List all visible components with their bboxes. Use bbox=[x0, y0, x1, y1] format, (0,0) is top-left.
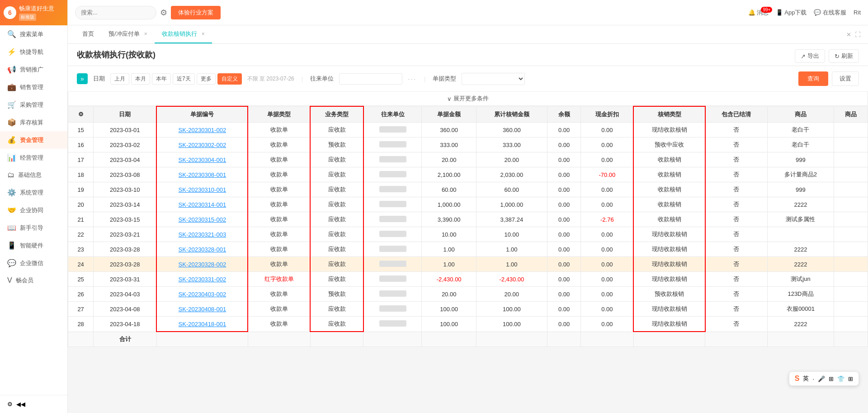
cell-voucher[interactable]: SK-20230304-001 bbox=[156, 152, 248, 167]
sidebar-item-畅会员[interactable]: V畅会员 bbox=[0, 272, 67, 289]
sidebar-item-快捷导航[interactable]: ⚡快捷导航 bbox=[0, 43, 67, 61]
cell-voucher-link[interactable]: SK-20230314-001 bbox=[179, 201, 226, 208]
sidebar-item-采购管理[interactable]: 🛒采购管理 bbox=[0, 96, 67, 114]
sidebar-item-新手引导[interactable]: 📖新手引导 bbox=[0, 219, 67, 237]
cell-voucher-link[interactable]: SK-20230315-002 bbox=[179, 216, 226, 223]
custom-date-button[interactable]: 自定义 bbox=[217, 73, 242, 85]
total-cell-3 bbox=[248, 332, 310, 347]
data-table: ⚙ 日期 单据编号 单据类型 业务类型 往来单位 单据金额 累计核销金额 余额 … bbox=[68, 106, 868, 347]
cell-voucher[interactable]: SK-20230310-001 bbox=[156, 182, 248, 197]
cell-voucher[interactable]: SK-20230302-002 bbox=[156, 138, 248, 152]
search-input[interactable] bbox=[75, 6, 156, 19]
sidebar-item-库存核算[interactable]: 📦库存核算 bbox=[0, 114, 67, 131]
more-dates-button[interactable]: 更多 bbox=[197, 73, 216, 85]
float-icon-1[interactable]: 英 bbox=[803, 375, 809, 383]
this-month-button[interactable]: 本月 bbox=[131, 73, 150, 85]
sidebar-label-0: 搜索菜单 bbox=[20, 30, 43, 38]
cell-voucher-link[interactable]: SK-20230308-001 bbox=[179, 171, 226, 178]
sidebar-item-搜索菜单[interactable]: 🔍搜索菜单 bbox=[0, 25, 67, 43]
cell-settle-type: 收款核销 bbox=[633, 167, 705, 182]
tab-1[interactable]: 预/冲应付单× bbox=[101, 25, 155, 43]
float-grid-icon[interactable]: ⊞ bbox=[829, 375, 834, 382]
voucher-type-select[interactable] bbox=[462, 73, 525, 85]
cell-voucher[interactable]: SK-20230314-001 bbox=[156, 197, 248, 212]
partner-input[interactable] bbox=[339, 73, 402, 85]
query-button[interactable]: 查询 bbox=[798, 71, 828, 86]
cell-included: 否 bbox=[705, 257, 767, 272]
cell-goods2 bbox=[834, 138, 868, 152]
float-mic-icon[interactable]: 🎤 bbox=[818, 375, 825, 382]
cell-settle-type: 收款核销 bbox=[633, 182, 705, 197]
sidebar-item-企业协同[interactable]: 🤝企业协同 bbox=[0, 201, 67, 219]
float-icon-2[interactable]: · bbox=[812, 375, 814, 382]
cell-partner bbox=[363, 302, 422, 317]
sidebar-item-销售管理[interactable]: 💼销售管理 bbox=[0, 78, 67, 96]
float-shirt-icon[interactable]: 👕 bbox=[837, 375, 844, 382]
table-row: 232023-03-28SK-20230328-001收款单应收款1.001.0… bbox=[68, 242, 868, 257]
cell-voucher[interactable]: SK-20230331-002 bbox=[156, 272, 248, 287]
industry-solution-button[interactable]: 体验行业方案 bbox=[171, 6, 221, 19]
cell-voucher-link[interactable]: SK-20230418-001 bbox=[179, 321, 226, 328]
cell-goods2 bbox=[834, 302, 868, 317]
export-button[interactable]: ↗ 导出 bbox=[795, 49, 825, 63]
online-service-button[interactable]: 💬 在线客服 bbox=[814, 9, 846, 17]
close-tab-1[interactable]: × bbox=[144, 31, 147, 37]
close-tab-2[interactable]: × bbox=[202, 31, 205, 37]
cell-voucher[interactable]: SK-20230308-001 bbox=[156, 167, 248, 182]
cell-voucher[interactable]: SK-20230315-002 bbox=[156, 212, 248, 227]
cell-voucher[interactable]: SK-20230408-001 bbox=[156, 302, 248, 317]
cell-voucher[interactable]: SK-20230328-002 bbox=[156, 257, 248, 272]
cell-voucher[interactable]: SK-20230418-001 bbox=[156, 317, 248, 332]
more-options-dots[interactable]: ··· bbox=[408, 76, 417, 82]
cell-voucher[interactable]: SK-20230321-003 bbox=[156, 227, 248, 242]
cell-voucher-link[interactable]: SK-20230328-001 bbox=[179, 246, 226, 253]
total-row: 合计 bbox=[68, 332, 868, 347]
sidebar-label-14: 畅会员 bbox=[16, 276, 33, 285]
cell-goods1: 2222 bbox=[767, 257, 834, 272]
sidebar-item-企业微信[interactable]: 💬企业微信 bbox=[0, 254, 67, 272]
chevron-down-icon: ∨ bbox=[447, 95, 452, 102]
refresh-button[interactable]: ↻ 刷新 bbox=[829, 49, 859, 63]
float-extra-icon[interactable]: ⊞ bbox=[848, 375, 853, 382]
cell-voucher-link[interactable]: SK-20230304-001 bbox=[179, 157, 226, 163]
cell-voucher-link[interactable]: SK-20230331-002 bbox=[179, 276, 226, 283]
app-download-button[interactable]: 📱 App下载 bbox=[776, 9, 807, 17]
cell-voucher-link[interactable]: SK-20230301-002 bbox=[179, 127, 226, 133]
cell-voucher-link[interactable]: SK-20230321-003 bbox=[179, 231, 226, 238]
messages-button[interactable]: 🔔 99+ 消息 bbox=[748, 9, 769, 17]
expand-more-button[interactable]: ∨ 展开更多条件 bbox=[68, 92, 868, 106]
sidebar-item-智能硬件[interactable]: 📱智能硬件 bbox=[0, 237, 67, 254]
cell-voucher-link[interactable]: SK-20230403-002 bbox=[179, 291, 226, 298]
sidebar-item-资金管理[interactable]: 💰资金管理 bbox=[0, 131, 67, 149]
sidebar-icon-8: 🗂 bbox=[7, 171, 14, 179]
date-range-display: 不限 至 2023-07-26 bbox=[247, 75, 294, 83]
cell-voucher-link[interactable]: SK-20230328-002 bbox=[179, 261, 226, 268]
filter-toggle-button[interactable]: » bbox=[77, 73, 88, 84]
cell-voucher-link[interactable]: SK-20230408-001 bbox=[179, 306, 226, 313]
tab-0[interactable]: 首页 bbox=[75, 25, 101, 43]
cell-voucher-link[interactable]: SK-20230310-001 bbox=[179, 186, 226, 193]
cell-voucher[interactable]: SK-20230403-002 bbox=[156, 287, 248, 302]
sidebar-item-系统管理[interactable]: ⚙️系统管理 bbox=[0, 184, 67, 201]
close-tab-icon[interactable]: ✕ bbox=[846, 31, 851, 38]
maximize-icon[interactable]: ⛶ bbox=[855, 31, 861, 38]
cell-partner bbox=[363, 242, 422, 257]
cell-voucher[interactable]: SK-20230328-001 bbox=[156, 242, 248, 257]
last-7days-button[interactable]: 近7天 bbox=[173, 73, 195, 85]
cell-voucher[interactable]: SK-20230301-002 bbox=[156, 123, 248, 138]
user-name[interactable]: Rit bbox=[854, 9, 861, 16]
collapse-icon[interactable]: ◀◀ bbox=[16, 401, 25, 408]
cell-voucher-link[interactable]: SK-20230302-002 bbox=[179, 142, 226, 148]
setting-button[interactable]: 设置 bbox=[832, 71, 859, 86]
last-month-button[interactable]: 上月 bbox=[110, 73, 129, 85]
sidebar-item-营销推广[interactable]: 📢营销推广 bbox=[0, 61, 67, 78]
settings-icon[interactable]: ⚙ bbox=[7, 401, 13, 408]
tab-2[interactable]: 收款核销执行× bbox=[155, 25, 212, 43]
col-settings[interactable]: ⚙ bbox=[68, 106, 94, 123]
sidebar-item-经营管理[interactable]: 📊经营管理 bbox=[0, 149, 67, 166]
sidebar-label-8: 基础信息 bbox=[18, 171, 42, 179]
gear-icon[interactable]: ⚙ bbox=[160, 8, 167, 18]
cell-type: 红字收款单 bbox=[248, 272, 310, 287]
sidebar-item-基础信息[interactable]: 🗂基础信息 bbox=[0, 166, 67, 184]
this-year-button[interactable]: 本年 bbox=[152, 73, 171, 85]
